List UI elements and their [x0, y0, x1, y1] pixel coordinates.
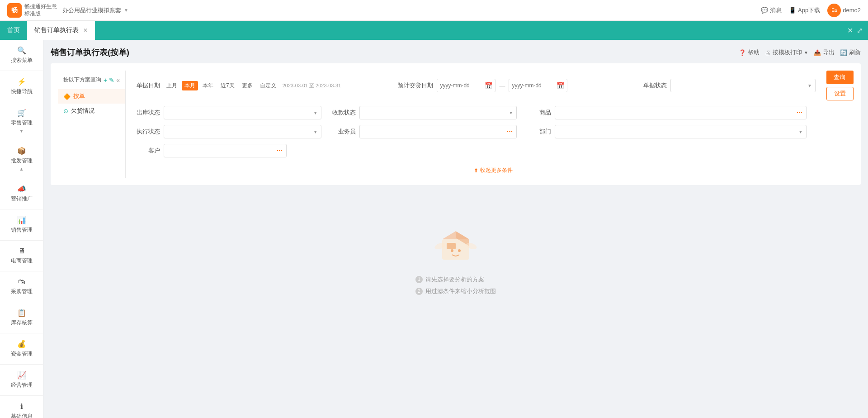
sidebar-item-finance[interactable]: 💰 资金管理 [0, 333, 43, 365]
salesperson-label: 业务员 [329, 128, 356, 136]
sidebar-item-retail[interactable]: 🛒 零售管理 ▼ [0, 102, 43, 140]
inner-item-owe-situation[interactable]: ⊙ 欠货情况 [58, 104, 125, 118]
date-filter-group: 单据日期 上月 本月 本年 近7天 更多 自定义 2023-03-01 至 20… [133, 81, 391, 90]
status-select[interactable] [670, 79, 816, 92]
calendar-start-icon[interactable]: 📅 [485, 82, 492, 89]
expected-date-end-wrap: 📅 [509, 79, 567, 92]
empty-tip-2: 2 用过滤条件来缩小分析范围 [415, 285, 496, 297]
empty-state: 1 请先选择要分析的方案 2 用过滤条件来缩小分析范围 [51, 185, 861, 333]
customer-input-wrap: ··· [164, 144, 287, 157]
goods-input-wrap: ··· [555, 106, 807, 119]
shortcut-7days[interactable]: 近7天 [218, 81, 237, 90]
sidebar-item-wholesale[interactable]: 📦 批发管理 ▲ [0, 140, 43, 178]
filter-row-3: 执行状态 ▼ 业务员 ·· [133, 125, 854, 138]
wholesale-icon: 📦 [17, 147, 26, 155]
filter-row-2: 出库状态 ▼ 收款状态 [133, 106, 854, 119]
help-btn[interactable]: ❓ 帮助 [739, 48, 760, 57]
sidebar-item-ecommerce[interactable]: 🖥 电商管理 [0, 241, 43, 271]
setting-btn[interactable]: 设置 [826, 87, 854, 100]
expected-date-end[interactable] [512, 82, 557, 89]
shortcut-last-month[interactable]: 上月 [164, 81, 180, 90]
receive-status-group: 收款状态 ▼ [329, 106, 517, 119]
tabbar: 首页 销售订单执行表 ✕ ✕ ⤢ [0, 21, 868, 40]
edit-scheme-btn[interactable]: ✎ [109, 76, 114, 84]
inner-sidebar-actions: + ✎ « [104, 76, 120, 84]
app-icon: 📱 [789, 7, 796, 14]
search-btn[interactable]: 查询 [826, 71, 854, 84]
dept-select[interactable] [555, 125, 807, 138]
expected-date-label: 预计交货日期 [398, 81, 433, 90]
user-avatar-area[interactable]: Ea demo2 [827, 4, 861, 17]
goods-dots-icon[interactable]: ··· [797, 109, 802, 117]
breadcrumb[interactable]: 办公用品行业模拟账套 ▼ [62, 6, 128, 14]
shortcut-more[interactable]: 更多 [239, 81, 255, 90]
shortcut-custom[interactable]: 自定义 [257, 81, 279, 90]
print-btn[interactable]: 🖨 按模板打印 ▼ [765, 48, 808, 57]
sidebar-item-quick-nav[interactable]: ⚡ 快捷导航 [0, 71, 43, 102]
out-status-select[interactable] [164, 106, 321, 119]
customer-group: 客户 ··· [133, 144, 287, 157]
salesperson-dots-icon[interactable]: ··· [507, 128, 513, 136]
tab-expand-icon[interactable]: ⤢ [857, 26, 863, 35]
basic-info-icon: ℹ [20, 402, 23, 411]
collapse-bar[interactable]: ⬆ 收起更多条件 [133, 163, 854, 178]
topbar-left: 畅 畅捷通好生意 标准版 办公用品行业模拟账套 ▼ [7, 3, 128, 18]
filter-actions: 查询 设置 [826, 71, 854, 100]
retail-icon: 🛒 [17, 109, 26, 117]
topbar: 畅 畅捷通好生意 标准版 办公用品行业模拟账套 ▼ 💬 消息 📱 App下载 E… [0, 0, 868, 21]
filter-fields: 单据日期 上月 本月 本年 近7天 更多 自定义 2023-03-01 至 20… [126, 71, 854, 178]
date-shortcuts: 上月 本月 本年 近7天 更多 自定义 [164, 81, 279, 90]
customer-input[interactable] [168, 147, 277, 154]
sidebar-item-marketing[interactable]: 📣 营销推广 [0, 178, 43, 209]
expected-date-start[interactable] [440, 82, 485, 89]
customer-label: 客户 [133, 147, 160, 155]
sidebar-item-basic-info[interactable]: ℹ 基础信息 [0, 396, 43, 418]
retail-arrow-icon: ▼ [19, 128, 24, 133]
add-scheme-btn[interactable]: + [104, 76, 107, 84]
shortcut-this-year[interactable]: 本年 [200, 81, 216, 90]
logo-area: 畅 畅捷通好生意 标准版 [7, 3, 57, 18]
tab-home[interactable]: 首页 [0, 21, 27, 40]
tab-close-icon[interactable]: ✕ [847, 26, 853, 35]
avatar: Ea [827, 4, 841, 17]
refresh-btn[interactable]: 🔄 刷新 [840, 48, 861, 57]
date-separator: — [499, 82, 505, 89]
exec-status-select-wrap: ▼ [164, 125, 321, 138]
exec-status-select[interactable] [164, 125, 321, 138]
sidebar-item-inventory[interactable]: 📋 库存核算 [0, 302, 43, 333]
topbar-right: 💬 消息 📱 App下载 Ea demo2 [761, 4, 861, 17]
app-download-btn[interactable]: 📱 App下载 [789, 6, 820, 14]
page-header: 销售订单执行表(按单) ❓ 帮助 🖨 按模板打印 ▼ 📤 导出 [51, 47, 861, 58]
export-btn[interactable]: 📤 导出 [814, 48, 835, 57]
goods-input[interactable] [559, 109, 797, 116]
inner-sidebar-header: 按以下方案查询 + ✎ « [58, 76, 125, 87]
logo-icon: 畅 [7, 3, 22, 18]
message-btn[interactable]: 💬 消息 [761, 6, 782, 14]
sidebar-item-sales[interactable]: 📊 销售管理 [0, 209, 43, 241]
tab-sales-order[interactable]: 销售订单执行表 ✕ [27, 21, 95, 40]
sidebar: 🔍 搜索菜单 ⚡ 快捷导航 🛒 零售管理 ▼ 📦 批发管理 ▲ 📣 营销推广 📊… [0, 40, 43, 418]
receive-status-select[interactable] [359, 106, 517, 119]
collapse-scheme-btn[interactable]: « [116, 76, 120, 84]
operations-icon: 📈 [17, 371, 26, 380]
dept-select-wrap: ▼ [555, 125, 807, 138]
status-label: 单据状态 [640, 81, 667, 90]
sidebar-item-operations[interactable]: 📈 经营管理 [0, 365, 43, 396]
sidebar-item-search-menu[interactable]: 🔍 搜索菜单 [0, 40, 43, 71]
sidebar-item-purchase[interactable]: 🛍 采购管理 [0, 271, 43, 302]
filter-row-4: 客户 ··· [133, 144, 854, 157]
goods-label: 商品 [524, 109, 551, 117]
customer-dots-icon[interactable]: ··· [277, 147, 283, 155]
purchase-icon: 🛍 [18, 278, 25, 286]
tab-close-btn[interactable]: ✕ [83, 27, 88, 33]
empty-tip-1: 1 请先选择要分析的方案 [415, 274, 496, 285]
salesperson-input[interactable] [363, 128, 507, 135]
exec-status-label: 执行状态 [133, 128, 160, 136]
marketing-icon: 📣 [17, 185, 26, 193]
calendar-end-icon[interactable]: 📅 [557, 82, 564, 89]
inner-item-press-single[interactable]: 🔶 按单 [58, 89, 125, 104]
shortcut-this-month[interactable]: 本月 [182, 81, 198, 90]
print-arrow-icon: ▼ [804, 50, 808, 55]
out-status-group: 出库状态 ▼ [133, 106, 321, 119]
filter-row-1: 单据日期 上月 本月 本年 近7天 更多 自定义 2023-03-01 至 20… [133, 71, 854, 100]
